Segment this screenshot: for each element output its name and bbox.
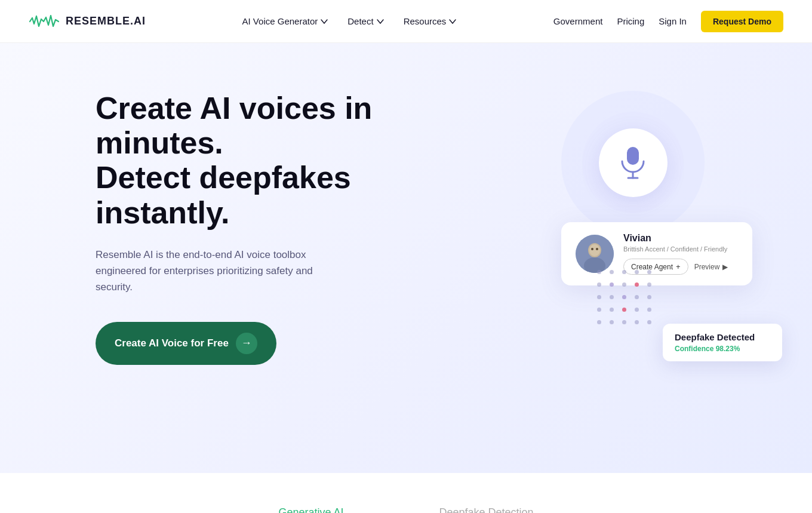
- deepfake-confidence: Confidence 98.23%: [675, 345, 770, 353]
- microphone-icon: [619, 146, 647, 179]
- hero-subtitle: Resemble AI is the end-to-end AI voice t…: [96, 247, 346, 296]
- dot-grid: [597, 270, 651, 333]
- tab-generative-ai[interactable]: Generative AI: [230, 497, 391, 513]
- deepfake-title: Deepfake Detected: [675, 332, 770, 342]
- svg-point-7: [591, 248, 593, 250]
- nav-item-ai-voice[interactable]: AI Voice Generator: [242, 16, 329, 26]
- dot: [647, 282, 651, 287]
- nav-item-resources[interactable]: Resources: [404, 16, 457, 26]
- plus-icon: +: [676, 262, 681, 271]
- dot: [597, 320, 601, 324]
- dot: [622, 270, 626, 274]
- dot: [597, 282, 601, 287]
- chevron-down-icon: [448, 17, 457, 26]
- dot: [622, 282, 626, 287]
- chevron-down-icon: [376, 17, 385, 26]
- dot: [622, 295, 626, 299]
- svg-point-6: [589, 244, 600, 256]
- nav-item-detect[interactable]: Detect: [347, 16, 384, 26]
- dot: [647, 270, 651, 274]
- svg-rect-0: [627, 147, 639, 165]
- mic-outer-circle: [561, 91, 705, 234]
- preview-button[interactable]: Preview ▶: [694, 263, 728, 271]
- dot: [635, 320, 639, 324]
- voice-card: Vivian Brittish Accent / Confident / Fri…: [561, 222, 752, 285]
- nav-signin-link[interactable]: Sign In: [659, 16, 687, 26]
- hero-left: Create AI voices in minutes. Detect deep…: [96, 91, 406, 437]
- chevron-down-icon: [320, 17, 328, 26]
- dot: [597, 295, 601, 299]
- nav-center: AI Voice Generator Detect Resources: [242, 16, 457, 26]
- arrow-right-icon: →: [236, 333, 257, 354]
- tab-deepfake-detection[interactable]: Deepfake Detection: [391, 497, 581, 513]
- dot: [622, 320, 626, 324]
- dot: [647, 295, 651, 299]
- logo-text: RESEMBLE.AI: [66, 15, 146, 27]
- dot: [610, 308, 614, 312]
- dot: [647, 320, 651, 324]
- dot: [635, 308, 639, 312]
- navbar: RESEMBLE.AI AI Voice Generator Detect Re…: [0, 0, 812, 43]
- dot: [610, 295, 614, 299]
- dot: [610, 270, 614, 274]
- avatar-image: [576, 235, 614, 273]
- voice-name: Vivian: [623, 233, 738, 244]
- voice-description: Brittish Accent / Confident / Friendly: [623, 245, 738, 253]
- voice-info: Vivian Brittish Accent / Confident / Fri…: [623, 233, 738, 275]
- avatar: [576, 235, 614, 273]
- dot: [635, 295, 639, 299]
- dot: [622, 308, 626, 312]
- nav-request-demo-button[interactable]: Request Demo: [701, 11, 783, 32]
- nav-right: Government Pricing Sign In Request Demo: [553, 11, 783, 32]
- dot: [647, 308, 651, 312]
- play-icon: ▶: [722, 263, 728, 271]
- nav-pricing-link[interactable]: Pricing: [617, 16, 644, 26]
- mic-inner-circle: [582, 112, 684, 213]
- dot: [597, 308, 601, 312]
- dot: [635, 270, 639, 274]
- svg-point-8: [596, 248, 598, 250]
- dot: [610, 282, 614, 287]
- hero-title: Create AI voices in minutes. Detect deep…: [96, 91, 406, 230]
- hero-cta-button[interactable]: Create AI Voice for Free →: [96, 322, 276, 365]
- dot: [610, 320, 614, 324]
- nav-government-link[interactable]: Government: [553, 16, 603, 26]
- tabs-section: Generative AI Deepfake Detection: [0, 473, 812, 513]
- logo-wave-icon: [29, 13, 60, 30]
- hero-illustration: Vivian Brittish Accent / Confident / Fri…: [346, 43, 812, 473]
- logo[interactable]: RESEMBLE.AI: [29, 13, 146, 30]
- deepfake-card: Deepfake Detected Confidence 98.23%: [663, 324, 782, 361]
- hero-section: Create AI voices in minutes. Detect deep…: [0, 43, 812, 473]
- mic-center-circle: [599, 128, 668, 197]
- dot: [597, 270, 601, 274]
- dot: [635, 282, 639, 287]
